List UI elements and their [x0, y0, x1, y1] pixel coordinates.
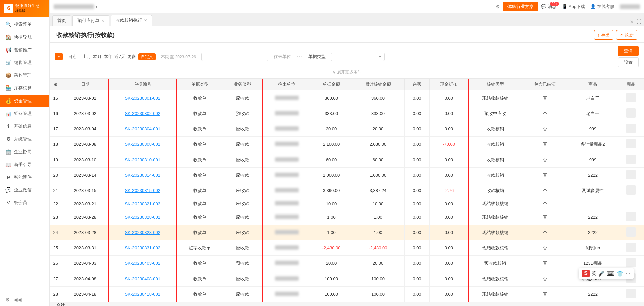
row-included: 否 [522, 240, 568, 256]
wechat-label: 企业微信 [14, 187, 32, 193]
row-biz-type: 应收款 [223, 198, 263, 209]
row-amount: 360.00 [311, 90, 352, 106]
row-bill-type: 收款单 [176, 209, 223, 225]
table-row: 28 2023-04-18 SK-20230418-001 收款单 应收款 10… [50, 287, 644, 302]
date-label: 日期 [68, 54, 77, 60]
row-discount: 0.00 [429, 256, 469, 271]
main-area: ▾ ⚙ 体验行业方案 💬 消息 99+ 📱 App下载 👤 在线客服 首页 [50, 0, 644, 306]
row-no: 19 [50, 152, 62, 168]
sidebar-item-system[interactable]: ⚙系统管理 [0, 133, 49, 145]
row-amount: 20.00 [311, 256, 352, 271]
date-custom-btn[interactable]: 自定义 [138, 53, 156, 60]
sidebar-item-purchase[interactable]: 📦采购管理 [0, 69, 49, 82]
sales-icon: 🛒 [5, 60, 11, 66]
row-no: 17 [50, 121, 62, 137]
sidebar-item-operation[interactable]: 📊经营管理 [0, 107, 49, 120]
row-bill-no[interactable]: SK-20230328-001 [109, 209, 177, 225]
sidebar-item-quicknav[interactable]: 🏠快捷导航 [0, 31, 49, 44]
row-biz-type: 应收款 [223, 90, 263, 106]
row-goods-img [618, 106, 644, 121]
col-settings[interactable]: ⚙ [50, 79, 62, 90]
sidebar-item-guide[interactable]: 📖新手引导 [0, 158, 49, 171]
gear-icon[interactable]: ⚙ [496, 4, 500, 9]
filter-expand-btn[interactable]: » [55, 53, 63, 60]
row-bill-no[interactable]: SK-20230321-003 [109, 198, 177, 209]
row-bill-no[interactable]: SK-20230315-002 [109, 183, 177, 198]
expand-tab-icon[interactable]: ⛶ [637, 19, 641, 24]
refresh-btn[interactable]: ↻ 刷新 [616, 30, 637, 40]
row-bill-no[interactable]: SK-20230403-002 [109, 256, 177, 271]
date-this-month[interactable]: 本月 [93, 54, 102, 60]
app-download-btn[interactable]: 📱 App下载 [562, 4, 585, 10]
tab-collect-close[interactable]: ✕ [144, 18, 147, 23]
inventory-icon: 🏪 [5, 85, 11, 91]
row-accum: 10.00 [352, 198, 404, 209]
row-discount: 0.00 [429, 106, 469, 121]
row-accum: 2,030.00 [352, 137, 404, 152]
export-btn[interactable]: ↑ 导出 [594, 30, 614, 40]
sidebar-item-basic[interactable]: ℹ基础信息 [0, 120, 49, 133]
sidebar-item-wechat[interactable]: 💬企业微信 [0, 184, 49, 196]
row-bill-no[interactable]: SK-20230408-001 [109, 271, 177, 287]
row-bill-no[interactable]: SK-20230418-001 [109, 287, 177, 302]
row-bill-no[interactable]: SK-20230331-002 [109, 240, 177, 256]
row-balance: 0.00 [405, 137, 430, 152]
row-bill-type: 收款单 [176, 106, 223, 121]
row-bill-no[interactable]: SK-20230310-001 [109, 152, 177, 168]
more-icon[interactable]: ⋯ [625, 270, 631, 277]
row-accum: 60.00 [352, 152, 404, 168]
row-bill-no[interactable]: SK-20230304-001 [109, 121, 177, 137]
keyboard-icon[interactable]: ⌨ [607, 270, 614, 277]
sidebar-item-inventory[interactable]: 🏪库存核算 [0, 82, 49, 95]
sidebar-item-finance[interactable]: 💰资金管理 [0, 95, 49, 107]
type-select[interactable] [331, 53, 385, 61]
row-balance: 0.00 [405, 287, 430, 302]
sidebar-menu: 🔍搜索菜单🏠快捷导航📢营销推广🛒销售管理📦采购管理🏪库存核算💰资金管理📊经营管理… [0, 17, 49, 293]
breadcrumb-dropdown-icon[interactable]: ▾ [95, 4, 98, 9]
filter-settings-btn[interactable]: 设置 [618, 57, 639, 67]
row-bill-no[interactable]: SK-20230301-002 [109, 90, 177, 106]
trial-btn[interactable]: 体验行业方案 [503, 2, 538, 11]
sidebar-item-sales[interactable]: 🛒销售管理 [0, 56, 49, 69]
close-tab-icon[interactable]: ✕ [630, 19, 634, 24]
tab-home[interactable]: 首页 [52, 15, 71, 26]
date-more[interactable]: 更多 [127, 54, 136, 60]
mic-icon[interactable]: 🎤 [598, 270, 605, 277]
tshirt-icon[interactable]: 👕 [616, 270, 623, 277]
sidebar-item-member[interactable]: V畅会员 [0, 196, 49, 209]
date-last-month[interactable]: 上月 [82, 54, 91, 60]
message-btn[interactable]: 💬 消息 99+ [541, 4, 556, 10]
row-bill-no[interactable]: SK-20230328-002 [109, 225, 177, 240]
basic-label: 基础信息 [14, 123, 32, 129]
table-row: 22 2023-03-21 SK-20230321-003 收款单 应收款 10… [50, 198, 644, 209]
row-included: 否 [522, 225, 568, 240]
sidebar-item-search[interactable]: 🔍搜索菜单 [0, 18, 49, 31]
row-bill-no[interactable]: SK-20230302-002 [109, 106, 177, 121]
table-container[interactable]: ⚙ 日期 单据编号 单据类型 业务类型 往来单位 单据金额 累计核销金额 余额 … [50, 79, 644, 306]
tab-prepay-close[interactable]: ✕ [101, 19, 104, 23]
date-7days[interactable]: 近7天 [114, 54, 125, 60]
row-bill-no[interactable]: SK-20230308-001 [109, 137, 177, 152]
online-service-btn[interactable]: 👤 在线客服 [590, 4, 614, 10]
row-amount: 100.00 [311, 287, 352, 302]
row-date: 2023-03-14 [62, 168, 109, 183]
query-btn[interactable]: 查询 [618, 46, 639, 56]
expand-more-btn[interactable]: ∨ 展开更多条件 [333, 69, 361, 75]
table-row: 24 2023-03-28 SK-20230328-002 收款单 应收款 1.… [50, 225, 644, 240]
sidebar-item-hardware[interactable]: 🖥智能硬件 [0, 171, 49, 184]
sidebar-item-marketing[interactable]: 📢营销推广 [0, 44, 49, 56]
row-bill-no[interactable]: SK-20230314-001 [109, 168, 177, 183]
tab-prepay[interactable]: 预付应付单 ✕ [72, 15, 109, 26]
logo-icon: 6 [4, 4, 13, 13]
chevron-down-icon: ∨ [333, 70, 336, 75]
row-bill-type: 收款单 [176, 287, 223, 302]
date-this-year[interactable]: 本年 [104, 54, 112, 60]
unit-input[interactable] [201, 53, 268, 61]
settings-bottom-icon[interactable]: ⚙ [5, 297, 10, 303]
collapse-icon[interactable]: ◀◀ [14, 297, 22, 303]
sidebar-item-corp[interactable]: 🏢企业协同 [0, 145, 49, 158]
tab-collect[interactable]: 收款核销执行 ✕ [111, 15, 152, 26]
row-biz-type: 预收款 [223, 256, 263, 271]
row-bill-type: 收款单 [176, 137, 223, 152]
row-goods: 2222 [568, 209, 618, 225]
